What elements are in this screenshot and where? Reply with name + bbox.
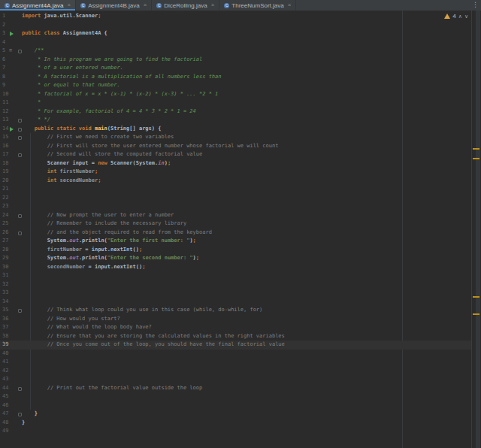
line-number[interactable]: 7	[0, 64, 22, 73]
code-line-15[interactable]: 15 // First we need to create two variab…	[0, 133, 472, 142]
line-number[interactable]: 48	[0, 419, 22, 428]
code-line-5[interactable]: 5≡ /**	[0, 47, 472, 56]
line-number[interactable]: 38	[0, 332, 22, 341]
code-line-20[interactable]: 20 int secondNumber;	[0, 177, 472, 186]
tab-ThreeNumSort.java[interactable]: CThreeNumSort.java×	[219, 0, 296, 11]
line-number[interactable]: 13	[0, 116, 22, 125]
fold-marker-icon[interactable]	[18, 387, 22, 391]
tab-Assignment4A.java[interactable]: CAssignment4A.java×	[0, 0, 76, 11]
code-line-35[interactable]: 35 // Think what loop could you use in t…	[0, 306, 472, 315]
fold-marker-icon[interactable]	[18, 50, 22, 53]
line-number[interactable]: 25	[0, 219, 22, 229]
code-line-2[interactable]: 2	[0, 21, 472, 30]
code-line-28[interactable]: 28 firstNumber = input.nextInt();	[0, 246, 472, 255]
line-number[interactable]: 33	[0, 289, 22, 298]
run-arrow-icon[interactable]	[10, 32, 14, 36]
fold-marker-icon[interactable]	[18, 119, 22, 123]
line-number[interactable]: 2	[0, 21, 22, 30]
line-number[interactable]: 10	[0, 90, 22, 99]
line-number[interactable]: 42	[0, 367, 22, 376]
tab-options-kebab-icon[interactable]: ⋮	[472, 0, 479, 11]
code-line-14[interactable]: 14 public static void main(String[] args…	[0, 125, 472, 134]
code-line-42[interactable]: 42	[0, 367, 472, 376]
code-line-4[interactable]: 4	[0, 38, 472, 47]
code-line-6[interactable]: 6 * In this program we are going to find…	[0, 56, 472, 65]
code-line-26[interactable]: 26 // and the object required to read fr…	[0, 229, 472, 238]
line-number[interactable]: 35	[0, 306, 22, 315]
line-number[interactable]: 8	[0, 73, 22, 82]
code-line-19[interactable]: 19 int firstNumber;	[0, 168, 472, 177]
code-editor[interactable]: 1import java.util.Scanner;23public class…	[0, 11, 481, 448]
line-number[interactable]: 26	[0, 229, 22, 238]
fold-marker-icon[interactable]	[18, 136, 22, 140]
fold-marker-icon[interactable]	[18, 413, 22, 416]
code-line-32[interactable]: 32	[0, 280, 472, 289]
line-number[interactable]: 20	[0, 177, 22, 186]
line-number[interactable]: 45	[0, 392, 22, 401]
fold-marker-icon[interactable]	[18, 214, 22, 218]
code-line-9[interactable]: 9 * or equal to that number.	[0, 81, 472, 90]
code-line-24[interactable]: 24 // Now prompt the user to enter a num…	[0, 211, 472, 220]
code-line-46[interactable]: 46	[0, 401, 472, 410]
line-number[interactable]: 18	[0, 159, 22, 168]
line-number[interactable]: 5≡	[0, 47, 22, 56]
line-number[interactable]: 47	[0, 410, 22, 419]
code-line-36[interactable]: 36 // How would you start?	[0, 315, 472, 324]
fold-marker-icon[interactable]	[18, 309, 22, 313]
line-number[interactable]: 11	[0, 98, 22, 107]
code-line-8[interactable]: 8 * A factorial is a multiplication of a…	[0, 73, 472, 82]
code-line-22[interactable]: 22	[0, 194, 472, 203]
warning-stripe-mark[interactable]	[473, 296, 479, 298]
code-line-10[interactable]: 10 * factorial of x = x * (x-1) * (x-2) …	[0, 90, 472, 99]
line-number[interactable]: 24	[0, 211, 22, 220]
line-number[interactable]: 3	[0, 29, 22, 38]
line-number[interactable]: 30	[0, 263, 22, 272]
code-line-21[interactable]: 21	[0, 185, 472, 194]
line-number[interactable]: 1	[0, 12, 22, 21]
code-line-17[interactable]: 17 // Second will store the computed fac…	[0, 150, 472, 159]
line-number[interactable]: 4	[0, 38, 22, 47]
code-line-41[interactable]: 41	[0, 358, 472, 367]
code-line-30[interactable]: 30 secondNumber = input.nextInt();	[0, 263, 472, 272]
line-number[interactable]: 28	[0, 246, 22, 255]
code-line-27[interactable]: 27 System.out.println("Enter the first n…	[0, 237, 472, 246]
code-line-31[interactable]: 31	[0, 271, 472, 280]
warning-stripe-mark[interactable]	[473, 158, 479, 159]
line-number[interactable]: 15	[0, 133, 22, 142]
code-line-25[interactable]: 25 // Remember to include the necessary …	[0, 219, 472, 229]
fold-marker-icon[interactable]	[18, 153, 22, 157]
line-number[interactable]: 36	[0, 315, 22, 324]
line-number[interactable]: 29	[0, 254, 22, 263]
tab-DiceRolling.java[interactable]: CDiceRolling.java×	[152, 0, 219, 11]
tab-close-icon[interactable]: ×	[67, 2, 71, 8]
line-number[interactable]: 16	[0, 142, 22, 151]
code-line-43[interactable]: 43	[0, 375, 472, 384]
code-line-40[interactable]: 40	[0, 350, 472, 359]
code-line-1[interactable]: 1import java.util.Scanner;	[0, 12, 472, 21]
code-line-33[interactable]: 33	[0, 289, 472, 298]
line-number[interactable]: 27	[0, 237, 22, 246]
line-number[interactable]: 12	[0, 107, 22, 117]
line-number[interactable]: 17	[0, 150, 22, 159]
code-line-3[interactable]: 3public class Assignment4A {	[0, 29, 472, 38]
code-line-29[interactable]: 29 System.out.println("Enter the second …	[0, 254, 472, 263]
code-line-49[interactable]: 49	[0, 427, 472, 436]
line-number[interactable]: 43	[0, 375, 22, 384]
code-line-7[interactable]: 7 * of a user entered number.	[0, 64, 472, 73]
line-number[interactable]: 31	[0, 271, 22, 280]
line-number[interactable]: 6	[0, 56, 22, 65]
code-line-16[interactable]: 16 // First will store the user entered …	[0, 142, 472, 151]
code-line-23[interactable]: 23	[0, 202, 472, 211]
line-number[interactable]: 14	[0, 125, 22, 134]
chevron-down-icon[interactable]: ∨	[464, 14, 468, 20]
line-number[interactable]: 19	[0, 168, 22, 177]
error-stripe-scrollbar[interactable]	[471, 11, 481, 448]
fold-lines-icon[interactable]: ≡	[9, 47, 12, 56]
fold-marker-icon[interactable]	[18, 232, 22, 235]
run-arrow-icon[interactable]	[10, 127, 14, 132]
code-line-38[interactable]: 38 // Ensure that you are storing the ca…	[0, 332, 472, 341]
line-number[interactable]: 41	[0, 358, 22, 367]
line-number[interactable]: 49	[0, 427, 22, 436]
line-number[interactable]: 32	[0, 280, 22, 289]
code-line-18[interactable]: 18 Scanner input = new Scanner(System.in…	[0, 159, 472, 168]
